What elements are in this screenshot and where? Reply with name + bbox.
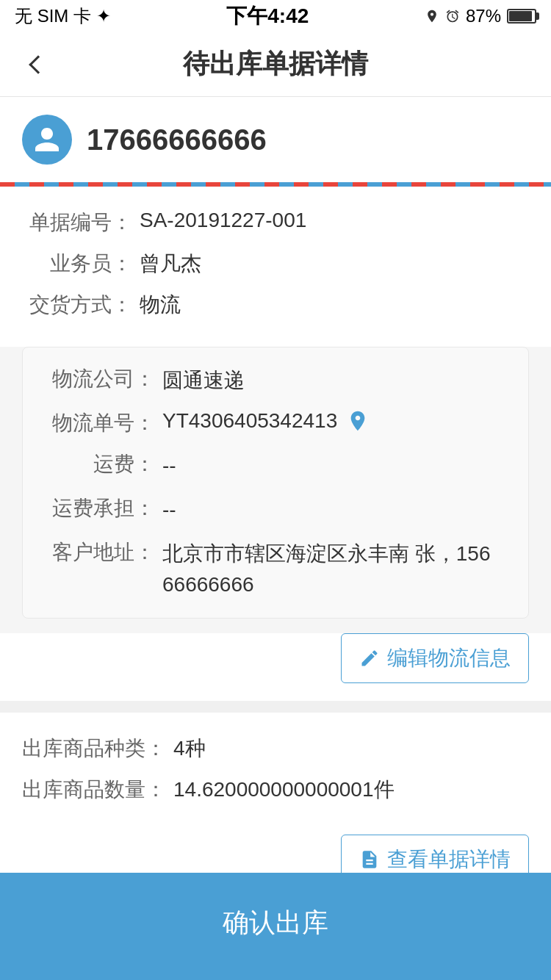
sim-status: 无 SIM 卡 ✦ <box>15 4 111 28</box>
customer-section: 17666666666 <box>0 97 551 182</box>
logistics-company-row: 物流公司： 圆通速递 <box>45 365 506 396</box>
back-arrow-icon <box>29 55 47 73</box>
address-value: 北京市市辖区海淀区永丰南 张，156 66666666 <box>162 538 506 600</box>
location-status-icon <box>425 9 439 24</box>
edit-btn-text: 编辑物流信息 <box>387 644 511 672</box>
logistics-company-value: 圆通速递 <box>162 365 506 396</box>
freight-value: -- <box>162 450 506 481</box>
battery-percent: 87% <box>466 6 501 26</box>
back-button[interactable] <box>22 48 54 81</box>
battery-icon <box>507 9 536 24</box>
freight-bear-value: -- <box>162 494 506 525</box>
status-time: 下午4:42 <box>226 2 309 30</box>
order-no-label: 单据编号： <box>22 209 140 237</box>
page-title: 待出库单据详情 <box>183 46 368 82</box>
delivery-label: 交货方式： <box>22 291 140 319</box>
order-no-value: SA-20191227-001 <box>140 209 529 232</box>
address-row: 客户地址： 北京市市辖区海淀区永丰南 张，156 66666666 <box>45 538 506 600</box>
goods-quantity-row: 出库商品数量： 14.620000000000001件 <box>22 776 529 804</box>
goods-types-value: 4种 <box>173 735 206 763</box>
delivery-value: 物流 <box>140 291 529 319</box>
confirm-btn-text: 确认出库 <box>223 905 328 941</box>
view-detail-text: 查看单据详情 <box>387 846 511 873</box>
logistics-tracking-label: 物流单号： <box>45 409 162 437</box>
status-left: 无 SIM 卡 ✦ <box>15 4 111 28</box>
logistics-company-label: 物流公司： <box>45 365 162 393</box>
goods-types-label: 出库商品种类： <box>22 735 173 763</box>
customer-phone: 17666666666 <box>87 123 267 156</box>
document-icon <box>359 849 380 870</box>
edit-btn-container: 编辑物流信息 <box>0 633 551 701</box>
delivery-row: 交货方式： 物流 <box>22 291 529 319</box>
section-divider <box>0 701 551 713</box>
freight-label: 运费： <box>45 450 162 478</box>
salesperson-row: 业务员： 曾凡杰 <box>22 250 529 278</box>
salesperson-value: 曾凡杰 <box>140 250 529 278</box>
goods-types-row: 出库商品种类： 4种 <box>22 735 529 763</box>
logistics-tracking-row: 物流单号： YT4306405342413 <box>45 409 506 437</box>
freight-bear-row: 运费承担： -- <box>45 494 506 525</box>
logistics-card: 物流公司： 圆通速递 物流单号： YT4306405342413 运费： -- … <box>22 347 529 619</box>
order-no-row: 单据编号： SA-20191227-001 <box>22 209 529 237</box>
freight-bear-label: 运费承担： <box>45 494 162 522</box>
goods-quantity-label: 出库商品数量： <box>22 776 173 804</box>
confirm-btn-wrapper: 确认出库 <box>0 873 551 980</box>
tracking-number: YT4306405342413 <box>162 409 337 433</box>
tracking-location-icon[interactable] <box>346 409 370 433</box>
goods-quantity-value: 14.620000000000001件 <box>173 776 395 804</box>
edit-logistics-button[interactable]: 编辑物流信息 <box>341 633 529 683</box>
customer-avatar <box>22 115 72 165</box>
status-bar: 无 SIM 卡 ✦ 下午4:42 87% <box>0 0 551 32</box>
address-label: 客户地址： <box>45 538 162 566</box>
alarm-icon <box>445 9 460 24</box>
goods-section: 出库商品种类： 4种 出库商品数量： 14.620000000000001件 <box>0 713 551 835</box>
freight-row: 运费： -- <box>45 450 506 481</box>
salesperson-label: 业务员： <box>22 250 140 278</box>
edit-icon <box>359 648 380 669</box>
avatar-person-icon <box>32 125 62 154</box>
status-right: 87% <box>425 6 536 26</box>
nav-bar: 待出库单据详情 <box>0 32 551 97</box>
order-info-section: 单据编号： SA-20191227-001 业务员： 曾凡杰 交货方式： 物流 <box>0 187 551 347</box>
logistics-tracking-container: YT4306405342413 <box>162 409 370 433</box>
confirm-outbound-button[interactable]: 确认出库 <box>22 890 529 955</box>
